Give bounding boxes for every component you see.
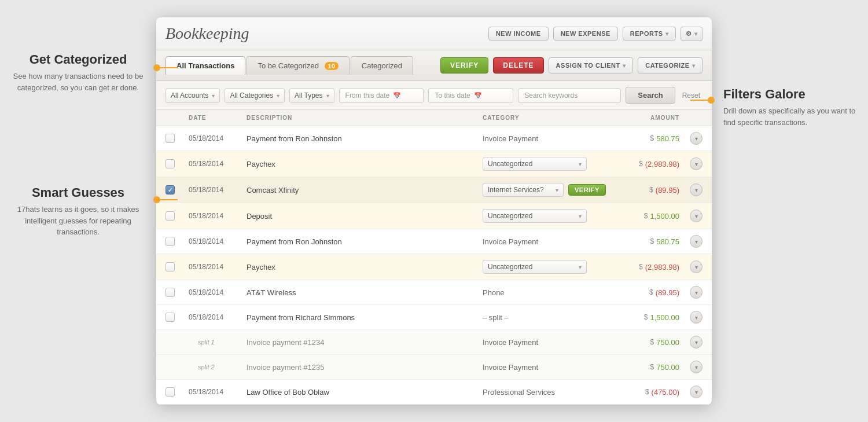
row-5-action-button[interactable]: ▾	[690, 235, 703, 248]
accounts-filter[interactable]: All Accounts	[165, 88, 220, 103]
row-1-amount: 580.75	[656, 134, 679, 143]
annotation-left-2-title: Smart Guesses	[12, 185, 145, 200]
types-filter[interactable]: All Types	[289, 88, 334, 103]
split-2-action-button[interactable]: ▾	[690, 361, 703, 373]
row-2-action-button[interactable]: ▾	[690, 157, 703, 170]
search-button[interactable]: Search	[626, 87, 675, 104]
from-date-input[interactable]: From this date	[339, 88, 424, 103]
split-2-description: Invoice payment #1235	[247, 363, 483, 372]
row-2-category-chevron-icon	[579, 160, 582, 168]
row-3-action-button[interactable]: ▾	[690, 184, 703, 196]
row-9-description: Law Office of Bob Oblaw	[247, 388, 483, 397]
new-expense-button[interactable]: New Expense	[553, 27, 618, 41]
calendar-icon-to	[474, 91, 482, 100]
row-9-category: Professional Services	[483, 388, 610, 397]
to-date-input[interactable]: To this date	[428, 88, 513, 103]
row-6-category[interactable]: Uncategorized	[483, 260, 610, 274]
annotation-left-1-body: See how many transactions need to be cat…	[12, 71, 145, 93]
reports-button[interactable]: Reports	[623, 27, 676, 41]
split-row: split 1 Invoice payment #1234 Invoice Pa…	[156, 330, 712, 355]
row-2-category[interactable]: Uncategorized	[483, 157, 610, 171]
table-row: 05/18/2014 Payment from Ron Johnston Inv…	[156, 229, 712, 254]
row-4-checkbox[interactable]	[165, 211, 175, 221]
accounts-chevron-icon	[212, 91, 215, 100]
table-row: 05/18/2014 Paychex Uncategorized $ (2,98…	[156, 254, 712, 280]
split-2-amount: 750.00	[656, 363, 679, 372]
row-3-checkbox[interactable]	[165, 185, 175, 195]
row-6-amount: (2,983.98)	[645, 263, 679, 271]
row-4-date: 05/18/2014	[189, 212, 247, 220]
split-1-category: Invoice Payment	[483, 338, 610, 347]
column-header-action	[679, 115, 703, 121]
table-row: 05/18/2014 Law Office of Bob Oblaw Profe…	[156, 380, 712, 405]
assign-chevron-icon	[623, 62, 626, 69]
tab-to-be-categorized[interactable]: To be Categorized 10	[247, 56, 349, 75]
table-row: 05/18/2014 AT&T Wireless Phone $ (89.95)…	[156, 280, 712, 305]
arrow-left-1	[153, 64, 178, 71]
assign-to-client-button[interactable]: ASSIGN TO CLIENT	[549, 57, 634, 74]
row-4-action-button[interactable]: ▾	[690, 210, 703, 222]
row-7-checkbox[interactable]	[165, 288, 175, 297]
row-7-amount: (89.95)	[656, 288, 679, 297]
row-4-category-label: Uncategorized	[488, 212, 532, 220]
split-1-label: split 1	[189, 339, 247, 346]
row-4-dollar: $	[644, 212, 648, 220]
categories-filter[interactable]: All Categories	[225, 88, 285, 103]
row-4-category[interactable]: Uncategorized	[483, 209, 610, 223]
row-2-description: Paychex	[247, 160, 483, 168]
row-1-description: Payment from Ron Johnston	[247, 134, 483, 143]
row-9-checkbox[interactable]	[165, 387, 175, 397]
split-1-amount: 750.00	[656, 338, 679, 347]
filter-bar: All Accounts All Categories All Types Fr…	[156, 81, 712, 110]
row-8-action-button[interactable]: ▾	[690, 311, 703, 324]
row-3-verify-button[interactable]: VERIFY	[568, 184, 606, 196]
row-9-dollar: $	[645, 388, 649, 396]
table-row: 05/18/2014 Paychex Uncategorized $ (2,98…	[156, 151, 712, 177]
row-6-checkbox[interactable]	[165, 262, 175, 271]
arrow-right	[690, 97, 715, 104]
new-income-button[interactable]: New Income	[488, 27, 549, 41]
row-8-dollar: $	[644, 313, 648, 321]
row-8-date: 05/18/2014	[189, 313, 247, 321]
row-1-checkbox[interactable]	[165, 134, 175, 143]
row-3-category[interactable]: Internet Services? VERIFY	[483, 183, 610, 197]
row-5-checkbox[interactable]	[165, 237, 175, 246]
row-9-amount: (475.00)	[652, 388, 679, 397]
accounts-filter-label: All Accounts	[171, 91, 208, 100]
split-row: split 2 Invoice payment #1235 Invoice Pa…	[156, 355, 712, 380]
delete-button[interactable]: DELETE	[493, 57, 543, 74]
row-9-action-button[interactable]: ▾	[690, 386, 703, 398]
transactions-table: DATE DESCRIPTION CATEGORY AMOUNT 05/18/2…	[156, 110, 712, 405]
table-row: 05/18/2014 Payment from Ron Johnston Inv…	[156, 126, 712, 151]
column-header-date: DATE	[189, 115, 247, 121]
row-8-category: – split –	[483, 313, 610, 322]
categorize-button[interactable]: CATEGORIZE	[638, 57, 703, 74]
row-2-date: 05/18/2014	[189, 160, 247, 168]
reports-label: Reports	[630, 30, 663, 37]
from-date-placeholder: From this date	[345, 91, 390, 100]
verify-button[interactable]: VERIFY	[440, 57, 488, 74]
top-bar-buttons: New Income New Expense Reports ⚙	[488, 27, 703, 41]
row-5-amount: 580.75	[656, 237, 679, 246]
search-keywords-input[interactable]: Search keywords	[518, 88, 621, 103]
column-header-amount: AMOUNT	[610, 115, 679, 121]
annotation-left-1-title: Get Categorized	[12, 52, 145, 67]
row-2-checkbox[interactable]	[165, 159, 175, 168]
row-8-checkbox[interactable]	[165, 313, 175, 322]
settings-button[interactable]: ⚙	[681, 27, 703, 41]
row-7-action-button[interactable]: ▾	[690, 286, 703, 299]
row-6-action-button[interactable]: ▾	[690, 260, 703, 273]
row-4-category-chevron-icon	[579, 212, 582, 220]
split-2-dollar: $	[650, 363, 654, 371]
table-row: 05/18/2014 Deposit Uncategorized $ 1,500…	[156, 203, 712, 229]
split-2-label: split 2	[189, 364, 247, 370]
row-1-action-button[interactable]: ▾	[690, 132, 703, 145]
categorize-chevron-icon	[692, 62, 696, 69]
to-be-categorized-badge: 10	[325, 62, 339, 70]
row-8-description: Payment from Richard Simmons	[247, 313, 483, 322]
tab-categorized[interactable]: Categorized	[351, 56, 413, 75]
types-filter-label: All Types	[295, 91, 322, 100]
split-1-action-button[interactable]: ▾	[690, 336, 703, 348]
tabs-area: All Transactions To be Categorized 10 Ca…	[156, 50, 712, 81]
header-checkbox	[165, 115, 189, 121]
